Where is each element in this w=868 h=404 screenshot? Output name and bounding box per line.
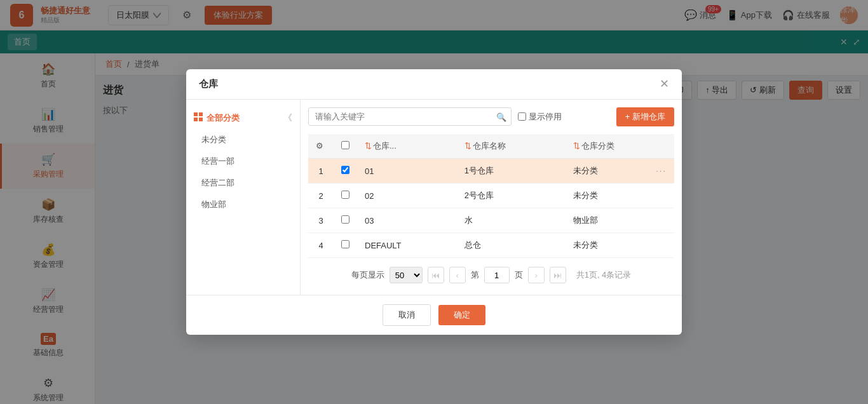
add-warehouse-button[interactable]: + 新增仓库 bbox=[616, 107, 674, 126]
td-code: 03 bbox=[357, 208, 457, 233]
td-num: 4 bbox=[308, 233, 334, 258]
td-checkbox bbox=[334, 233, 357, 258]
category-dept2[interactable]: 经营二部 bbox=[186, 172, 300, 194]
th-name[interactable]: ⇅仓库名称 bbox=[457, 134, 566, 159]
modal-title: 仓库 bbox=[199, 78, 218, 90]
per-page-select[interactable]: 50 10 20 100 bbox=[390, 267, 423, 283]
modal-header: 仓库 ✕ bbox=[186, 69, 682, 100]
category-dept1[interactable]: 经营一部 bbox=[186, 151, 300, 172]
td-num: 1 bbox=[308, 158, 334, 184]
sort-name-icon: ⇅ bbox=[465, 141, 471, 151]
td-category: 未分类··· bbox=[566, 159, 674, 184]
td-name: 1号仓库 bbox=[457, 158, 566, 184]
category-property[interactable]: 物业部 bbox=[186, 194, 300, 215]
table-container: ⚙ ⇅仓库... ⇅仓库名称 ⇅仓库分类 bbox=[308, 134, 674, 259]
td-category: 未分类··· bbox=[566, 233, 674, 258]
modal-close-button[interactable]: ✕ bbox=[660, 78, 669, 90]
table-row[interactable]: 1 01 1号仓库 未分类··· bbox=[308, 158, 674, 184]
category-uncategorized[interactable]: 未分类 bbox=[186, 129, 300, 151]
main-layout: 🏠 首页 📊 销售管理 🛒 采购管理 📦 库存核查 💰 资金管理 📈 经营管理 … bbox=[0, 53, 868, 404]
modal-footer: 取消 确定 bbox=[186, 295, 682, 335]
category-panel: 全部分类 《 未分类 经营一部 经营二部 物业部 bbox=[186, 100, 301, 295]
prev-page-button[interactable]: ‹ bbox=[449, 267, 466, 283]
table-row[interactable]: 3 03 水 物业部··· bbox=[308, 208, 674, 233]
td-num: 3 bbox=[308, 208, 334, 233]
td-name: 总仓 bbox=[457, 233, 566, 258]
cancel-button[interactable]: 取消 bbox=[383, 304, 431, 326]
pagination: 每页显示 50 10 20 100 ⏮ ‹ 第 页 bbox=[308, 258, 674, 287]
modal-overlay: 仓库 ✕ 全部分类 《 bbox=[95, 53, 868, 404]
table-header-row: ⚙ ⇅仓库... ⇅仓库名称 ⇅仓库分类 bbox=[308, 134, 674, 159]
td-code: DEFAULT bbox=[357, 233, 457, 258]
category-header: 全部分类 《 bbox=[186, 107, 300, 129]
warehouse-table: ⚙ ⇅仓库... ⇅仓库名称 ⇅仓库分类 bbox=[308, 134, 674, 259]
row-more-dots[interactable]: ··· bbox=[656, 166, 667, 175]
svg-rect-3 bbox=[199, 118, 203, 121]
td-checkbox bbox=[334, 158, 357, 184]
row-checkbox-3[interactable] bbox=[341, 240, 349, 248]
td-code: 02 bbox=[357, 184, 457, 208]
td-category: 物业部··· bbox=[566, 208, 674, 233]
confirm-button[interactable]: 确定 bbox=[438, 305, 485, 325]
svg-rect-1 bbox=[199, 112, 203, 116]
svg-rect-0 bbox=[194, 112, 198, 116]
next-page-button[interactable]: › bbox=[528, 267, 545, 283]
td-name: 2号仓库 bbox=[457, 184, 566, 208]
last-page-button[interactable]: ⏭ bbox=[550, 267, 566, 283]
show-disabled-checkbox[interactable] bbox=[518, 112, 526, 121]
search-input-wrap: 🔍 bbox=[308, 107, 512, 126]
search-input[interactable] bbox=[308, 107, 512, 126]
row-checkbox-0[interactable] bbox=[341, 166, 349, 174]
row-checkbox-1[interactable] bbox=[341, 191, 349, 199]
show-disabled-label[interactable]: 显示停用 bbox=[518, 111, 562, 123]
all-categories-item[interactable]: 全部分类 bbox=[194, 112, 240, 124]
select-all-checkbox[interactable] bbox=[341, 141, 349, 149]
modal-body: 全部分类 《 未分类 经营一部 经营二部 物业部 bbox=[186, 100, 682, 295]
first-page-button[interactable]: ⏮ bbox=[428, 267, 444, 283]
th-code[interactable]: ⇅仓库... bbox=[357, 134, 457, 159]
grid-icon bbox=[194, 112, 203, 123]
th-gear[interactable]: ⚙ bbox=[308, 134, 334, 159]
th-category[interactable]: ⇅仓库分类 bbox=[566, 134, 674, 159]
th-checkbox bbox=[334, 134, 357, 159]
sort-code-icon: ⇅ bbox=[365, 141, 372, 151]
table-row[interactable]: 4 DEFAULT 总仓 未分类··· bbox=[308, 233, 674, 258]
page-input[interactable] bbox=[484, 267, 510, 283]
td-name: 水 bbox=[457, 208, 566, 233]
modal-content-panel: 🔍 显示停用 + 新增仓库 bbox=[301, 100, 682, 295]
main-content: 首页 / 进货单 进货 🖨 印 ↑ 导出 ↺ 刷新 查询 设置 按以下 bbox=[95, 53, 868, 404]
td-code: 01 bbox=[357, 158, 457, 184]
search-icon[interactable]: 🔍 bbox=[496, 112, 506, 121]
warehouse-modal: 仓库 ✕ 全部分类 《 bbox=[186, 69, 682, 335]
td-num: 2 bbox=[308, 184, 334, 208]
svg-rect-2 bbox=[194, 118, 198, 121]
td-category: 未分类··· bbox=[566, 184, 674, 208]
category-collapse-button[interactable]: 《 bbox=[283, 112, 292, 124]
row-checkbox-2[interactable] bbox=[341, 215, 349, 224]
td-checkbox bbox=[334, 184, 357, 208]
td-checkbox bbox=[334, 208, 357, 233]
sort-category-icon: ⇅ bbox=[573, 141, 580, 151]
table-row[interactable]: 2 02 2号仓库 未分类··· bbox=[308, 184, 674, 208]
search-bar: 🔍 显示停用 + 新增仓库 bbox=[308, 107, 674, 126]
